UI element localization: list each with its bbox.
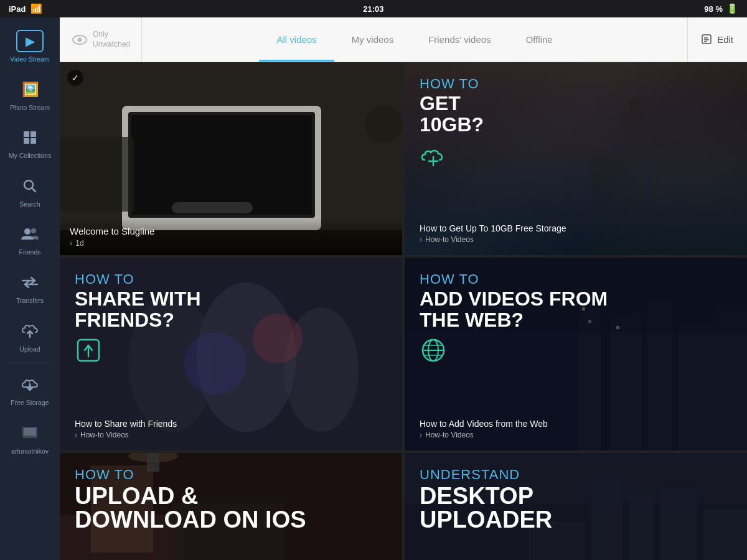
get10gb-text-block: HOW TO GET10GB? — [420, 77, 732, 171]
photo-stream-icon-box: 🖼️ — [16, 78, 44, 101]
watched-badge: ✓ — [67, 70, 83, 86]
sidebar-item-user[interactable]: artursotnikov — [0, 414, 60, 463]
get10gb-bottom: How to Get Up To 10GB Free Storage › How… — [420, 223, 732, 244]
user-avatar-icon — [21, 426, 39, 441]
svg-rect-2 — [24, 138, 29, 144]
get10gb-how-to: HOW TO — [420, 77, 732, 91]
search-icon-box — [16, 175, 44, 197]
filter-text: Only Unwatched — [93, 30, 130, 49]
card-welcome-meta: › 1d — [70, 238, 392, 248]
sidebar-item-free-storage[interactable]: Free Storage — [0, 366, 60, 414]
video-stream-label: Video Stream — [10, 55, 49, 63]
status-bar: iPad 📶 21:03 98 % 🔋 — [0, 0, 747, 17]
sidebar: ▶ Video Stream 🖼️ Photo Stream My Collec… — [0, 17, 60, 560]
tab-all-videos[interactable]: All videos — [259, 17, 334, 62]
get10gb-cat-label: How-to Videos — [425, 235, 474, 244]
svg-line-5 — [32, 188, 36, 192]
tab-friends-videos[interactable]: Friends' videos — [411, 17, 508, 62]
addweb-bottom-cat: › How-to Videos — [420, 431, 732, 439]
status-right: 98 % 🔋 — [704, 3, 738, 14]
tab-my-videos[interactable]: My videos — [334, 17, 411, 62]
desktop-uploader-content: UNDERSTAND DESKTOPUPLOADER — [405, 453, 747, 560]
card-add-web[interactable]: HOW TO ADD VIDEOS FROMTHE WEB? How to Ad… — [405, 258, 747, 450]
filter-toggle[interactable]: Only Unwatched — [60, 17, 142, 62]
addweb-text-block: HOW TO ADD VIDEOS FROMTHE WEB? — [420, 273, 732, 366]
get10gb-title: GET10GB? — [420, 93, 732, 135]
share-cat-arrow: › — [75, 431, 77, 439]
card-welcome-slugline[interactable]: ✓ Welcome to Slugline › 1d — [60, 62, 402, 255]
friends-label: Friends — [19, 248, 40, 256]
grid-icon — [22, 130, 37, 145]
card-welcome-info: Welcome to Slugline › 1d — [60, 218, 402, 255]
transfers-label: Transfers — [16, 297, 44, 305]
search-label: Search — [19, 200, 40, 208]
share-how-to: HOW TO — [75, 273, 387, 286]
user-avatar-box — [16, 422, 44, 444]
card-welcome-title: Welcome to Slugline — [70, 226, 392, 236]
upload-ios-content: HOW TO UPLOAD &DOWNLOAD ON iOS — [60, 453, 402, 560]
search-icon — [22, 179, 37, 194]
tab-bar: All videos My videos Friends' videos Off… — [142, 17, 687, 62]
addweb-bottom: How to Add Videos from the Web › How-to … — [420, 419, 732, 439]
edit-button[interactable]: Edit — [687, 17, 747, 62]
share-content: HOW TO SHARE WITHFRIENDS? How to Share w… — [60, 258, 402, 450]
edit-label: Edit — [717, 34, 733, 45]
video-grid: ✓ Welcome to Slugline › 1d — [60, 62, 747, 560]
svg-rect-0 — [24, 131, 29, 137]
wifi-icon: 📶 — [31, 3, 42, 14]
sidebar-item-transfers[interactable]: Transfers — [0, 264, 60, 312]
sidebar-item-photo-stream[interactable]: 🖼️ Photo Stream — [0, 71, 60, 119]
my-collections-icon-box — [16, 126, 44, 149]
svg-rect-3 — [31, 138, 36, 144]
get10gb-bottom-cat: › How-to Videos — [420, 235, 732, 244]
battery-label: 98 % — [704, 4, 723, 14]
photo-icon: 🖼️ — [22, 82, 39, 98]
addweb-title: ADD VIDEOS FROMTHE WEB? — [420, 289, 732, 330]
svg-point-6 — [24, 228, 31, 235]
card-get-10gb[interactable]: HOW TO GET10GB? How to Get Up To 10GB Fr… — [405, 62, 747, 255]
photo-stream-label: Photo Stream — [10, 104, 50, 112]
arrow-icon: › — [70, 238, 72, 248]
transfers-icon-box — [16, 271, 44, 294]
my-collections-label: My Collections — [9, 152, 51, 160]
share-bottom-cat: › How-to Videos — [75, 431, 387, 439]
sidebar-item-search[interactable]: Search — [0, 167, 60, 216]
sidebar-item-video-stream[interactable]: ▶ Video Stream — [0, 22, 60, 71]
get10gb-bottom-title: How to Get Up To 10GB Free Storage — [420, 223, 732, 233]
card-upload-ios[interactable]: HOW TO UPLOAD &DOWNLOAD ON iOS — [60, 453, 402, 560]
status-left: iPad 📶 — [9, 3, 42, 14]
addweb-bottom-title: How to Add Videos from the Web — [420, 419, 732, 429]
filter-label: Only — [93, 30, 130, 40]
sidebar-item-friends[interactable]: Friends — [0, 215, 60, 264]
time-display: 21:03 — [363, 4, 383, 14]
svg-point-16 — [78, 37, 82, 42]
card-welcome-age: 1d — [75, 239, 83, 248]
share-bottom-title: How to Share with Friends — [75, 419, 387, 429]
transfers-icon — [21, 276, 39, 289]
upload-ios-title: UPLOAD &DOWNLOAD ON iOS — [75, 484, 387, 531]
svg-rect-1 — [31, 131, 36, 137]
svg-point-7 — [31, 228, 36, 233]
user-label: artursotnikov — [11, 447, 49, 455]
video-stream-icon-box: ▶ — [16, 30, 44, 52]
sidebar-item-my-collections[interactable]: My Collections — [0, 119, 60, 167]
desktop-uploader-understand: UNDERSTAND — [420, 468, 732, 482]
header: Only Unwatched All videos My videos Frie… — [60, 17, 747, 62]
card-share-friends[interactable]: HOW TO SHARE WITHFRIENDS? How to Share w… — [60, 258, 402, 450]
svg-rect-14 — [24, 429, 29, 435]
addweb-cat-arrow: › — [420, 431, 422, 439]
svg-rect-26 — [131, 115, 312, 215]
battery-icon: 🔋 — [726, 3, 738, 14]
sidebar-item-upload[interactable]: Upload — [0, 312, 60, 361]
card-desktop-uploader[interactable]: UNDERSTAND DESKTOPUPLOADER — [405, 453, 747, 560]
addweb-cat-label: How-to Videos — [425, 431, 474, 439]
svg-rect-27 — [172, 202, 253, 213]
checkmark-icon: ✓ — [72, 73, 79, 83]
friends-icon-box — [16, 223, 44, 245]
share-icon — [75, 337, 102, 364]
tab-offline[interactable]: Offline — [509, 17, 570, 62]
cat-arrow-icon: › — [420, 235, 422, 244]
upload-icon-box — [16, 320, 44, 342]
sidebar-divider — [9, 363, 50, 363]
svg-point-30 — [365, 106, 402, 143]
